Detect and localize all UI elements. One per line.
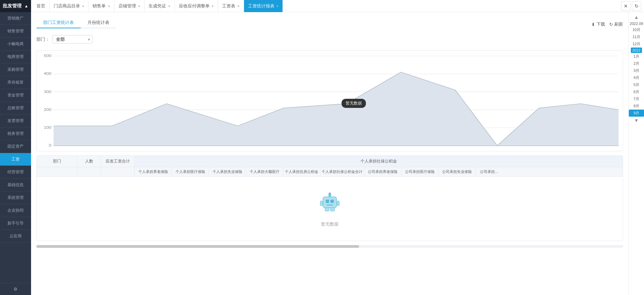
sidebar-item-fapiao[interactable]: 发票管理 xyxy=(0,115,31,127)
svg-text:300: 300 xyxy=(44,89,52,94)
timeline-month-11[interactable]: 11月 xyxy=(629,33,644,40)
th-gongsi-more: 公司承担... xyxy=(476,167,503,176)
timeline-panel: ▲ 2022.09 10月 11月 12月 2022 1月 2月 3月 4月 xyxy=(628,12,644,295)
svg-text:500: 500 xyxy=(44,53,52,58)
timeline-month-7[interactable]: 7月 xyxy=(629,95,644,102)
filter-toolbar: 部门： 全部 xyxy=(36,35,623,43)
sidebar-item-gongzi[interactable]: 工资 xyxy=(0,153,31,166)
main-area: 首页 门店商品目录 × 销售单 × 店铺管理 × 生成凭证 × 应收应付调整单 … xyxy=(31,0,644,295)
th-empty2 xyxy=(77,167,101,176)
timeline-year-badge[interactable]: 2022 xyxy=(631,48,642,53)
timeline-month-2[interactable]: 2月 xyxy=(629,60,644,67)
th-shiye-geren: 个人承担失业保险 xyxy=(209,167,246,176)
tab-close-dianpu[interactable]: × xyxy=(138,4,140,8)
timeline-year-2022[interactable]: 2022.09 xyxy=(630,21,643,26)
sub-tabs: 部门工资统计表 月份统计表 xyxy=(36,18,116,28)
tab-end-buttons: ✕ ↻ xyxy=(621,1,643,11)
svg-rect-14 xyxy=(326,200,329,203)
department-select-wrapper: 全部 xyxy=(52,35,93,43)
sidebar: 批发管理 ▲ 营销推广 销售管理 小畅电商 电商管理 采购管理 库存核算 资金管… xyxy=(0,0,31,295)
svg-rect-16 xyxy=(326,204,333,206)
chart-container: 500 400 300 200 100 0 xyxy=(36,50,623,151)
sidebar-settings[interactable]: ⚙ xyxy=(0,283,31,295)
sidebar-item-shuiwu[interactable]: 税务管理 xyxy=(0,127,31,140)
tab-gongzibiao[interactable]: 工资表 × xyxy=(218,0,244,12)
download-button[interactable]: ⬇ 下载 xyxy=(591,21,605,27)
scrollbar-thumb[interactable] xyxy=(36,245,359,248)
th-yiliao-gongsi: 公司承担医疗保险 xyxy=(401,167,438,176)
sidebar-item-dianshang[interactable]: 电商管理 xyxy=(0,51,31,63)
th-bumen: 部门 xyxy=(37,156,77,167)
filter-left: 部门： 全部 xyxy=(36,35,93,43)
th-daeliao-geren: 个人承担大额医疗 xyxy=(246,167,283,176)
download-icon: ⬇ xyxy=(591,22,595,27)
tab-dianpu[interactable]: 店铺管理 × xyxy=(114,0,144,12)
timeline-month-6[interactable]: 6月 xyxy=(629,88,644,95)
chart-tooltip: 暂无数据 xyxy=(342,99,366,108)
timeline-month-8[interactable]: 8月 xyxy=(629,102,644,110)
sidebar-item-zijin[interactable]: 资金管理 xyxy=(0,89,31,102)
timeline-month-3[interactable]: 3月 xyxy=(629,67,644,74)
close-all-button[interactable]: ✕ xyxy=(621,1,630,11)
th-shebaohj-geren: 个人承担社保公积金合计 xyxy=(320,167,364,176)
tab-shengcheng[interactable]: 生成凭证 × xyxy=(144,0,175,12)
sub-tab-month[interactable]: 月份统计表 xyxy=(81,18,116,28)
sidebar-item-xitong[interactable]: 系统管理 xyxy=(0,191,31,204)
sidebar-item-yunyingyong[interactable]: 云应用 xyxy=(0,230,31,243)
svg-rect-19 xyxy=(320,201,322,206)
empty-robot-icon xyxy=(316,190,343,217)
tab-yingshou[interactable]: 应收应付调整单 × xyxy=(175,0,218,12)
content-area: 部门工资统计表 月份统计表 ⬇ 下载 ↻ 刷新 xyxy=(31,12,644,295)
th-renshu: 人数 xyxy=(77,156,101,167)
tab-close-mendian[interactable]: × xyxy=(82,4,84,8)
tab-close-gongzitongji[interactable]: × xyxy=(276,4,278,8)
svg-rect-21 xyxy=(325,208,329,211)
bottom-scrollbar[interactable] xyxy=(36,245,623,248)
table-section: 部门 人数 应发工资合计 个人承担社保公积金 xyxy=(36,155,623,241)
department-select[interactable]: 全部 xyxy=(52,35,93,43)
sidebar-item-kucun[interactable]: 库存核算 xyxy=(0,76,31,89)
svg-text:100: 100 xyxy=(44,125,52,130)
tab-home[interactable]: 首页 xyxy=(32,0,50,12)
sidebar-item-caigou[interactable]: 采购管理 xyxy=(0,63,31,76)
sidebar-item-jingying[interactable]: 经营管理 xyxy=(0,166,31,179)
tab-mendian[interactable]: 门店商品目录 × xyxy=(50,0,88,12)
tab-xiaoshoudan[interactable]: 销售单 × xyxy=(88,0,114,12)
tab-close-xiaoshoudan[interactable]: × xyxy=(108,4,110,8)
sidebar-item-xiaochangdianshang[interactable]: 小畅电商 xyxy=(0,38,31,51)
sidebar-item-gudingzichan[interactable]: 固定资产 xyxy=(0,140,31,153)
sidebar-item-xiaoshou[interactable]: 销售管理 xyxy=(0,25,31,38)
th-yiliao-geren: 个人承担医疗保险 xyxy=(172,167,209,176)
timeline-up-arrow[interactable]: ▲ xyxy=(634,13,639,21)
svg-rect-15 xyxy=(330,200,334,203)
timeline-month-5[interactable]: 5月 xyxy=(629,81,644,88)
refresh-button[interactable]: ↻ 刷新 xyxy=(609,21,623,27)
timeline-month-4[interactable]: 4月 xyxy=(629,74,644,81)
th-zhufang-geren: 个人承担住房公积金 xyxy=(283,167,320,176)
empty-text: 暂无数据 xyxy=(321,221,339,227)
sidebar-item-jichu[interactable]: 基础信息 xyxy=(0,179,31,191)
timeline-month-1[interactable]: 1月 xyxy=(629,53,644,60)
sidebar-item-zhangzhang[interactable]: 总账管理 xyxy=(0,102,31,115)
timeline-month-10[interactable]: 10月 xyxy=(629,26,644,33)
sidebar-item-qiyexietong[interactable]: 企业协同 xyxy=(0,204,31,217)
svg-text:0: 0 xyxy=(49,143,52,148)
sidebar-toggle-icon[interactable]: ▲ xyxy=(24,4,28,8)
gear-icon: ⚙ xyxy=(14,287,18,292)
svg-rect-20 xyxy=(337,201,339,206)
sidebar-item-yingxiao[interactable]: 营销推广 xyxy=(0,12,31,25)
timeline-down-arrow[interactable]: ▼ xyxy=(634,117,639,124)
chart-svg: 500 400 300 200 100 0 xyxy=(37,51,623,151)
svg-marker-12 xyxy=(54,72,619,146)
sub-tab-bumen[interactable]: 部门工资统计表 xyxy=(36,18,81,28)
timeline-month-12[interactable]: 12月 xyxy=(629,40,644,48)
sidebar-item-xinshouyindao[interactable]: 新手引导 xyxy=(0,217,31,230)
tab-close-yingshou[interactable]: × xyxy=(212,4,214,8)
timeline-month-9[interactable]: 9月 xyxy=(629,110,644,117)
refresh-tab-button[interactable]: ↻ xyxy=(632,1,641,11)
empty-state: 暂无数据 xyxy=(37,177,623,241)
tab-gongzitongji[interactable]: 工资统计报表 × xyxy=(244,0,283,12)
tab-close-shengcheng[interactable]: × xyxy=(168,4,170,8)
tab-close-gongzibiao[interactable]: × xyxy=(237,4,239,8)
svg-rect-22 xyxy=(330,208,334,211)
